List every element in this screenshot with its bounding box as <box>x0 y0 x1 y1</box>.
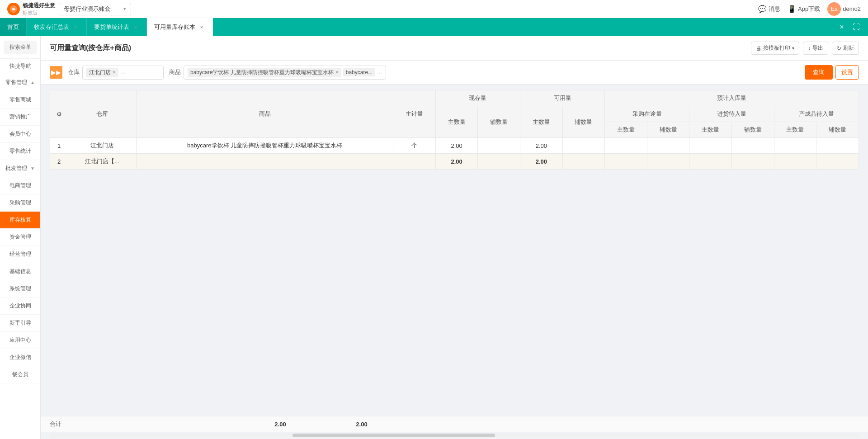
top-bar: 畅捷通好生意 标准版 母婴行业演示账套 ▾ 💬 消息 📱 App下载 Ea de… <box>0 0 868 18</box>
sidebar-item-inventory[interactable]: 库存核算 <box>0 212 40 229</box>
table-container: ⚙ 仓库 商品 主计量 现存量 可用量 预计入库量 主数量 辅数量 主数量 辅数… <box>41 85 868 416</box>
row-1-purchase-main <box>605 138 647 154</box>
row-2-incoming-main <box>689 154 732 170</box>
tab-receive-send[interactable]: 收发存汇总表 × <box>27 18 87 36</box>
sidebar-item-inventory-label: 库存核算 <box>9 216 31 224</box>
table-settings-icon[interactable]: ⚙ <box>57 111 62 118</box>
sidebar-item-wholesale[interactable]: 批发管理 ▼ <box>0 160 40 177</box>
tab-home[interactable]: 首页 <box>0 18 27 36</box>
filter-expand-btn[interactable]: ▶▶ <box>50 66 62 79</box>
horizontal-scrollbar[interactable] <box>50 434 859 437</box>
close-all-tabs-btn[interactable]: × <box>835 21 848 33</box>
warehouse-more-icon[interactable]: ··· <box>120 69 125 76</box>
sidebar-item-vip[interactable]: 畅会员 <box>0 366 40 383</box>
print-icon: 🖨 <box>756 45 761 52</box>
footer-bar: 合计 2.00 2.00 <box>41 416 868 432</box>
sidebar-item-marketing-label: 营销推广 <box>9 113 31 121</box>
sidebar-item-finance-label: 资金管理 <box>9 233 31 241</box>
app-download-btn[interactable]: 📱 App下载 <box>788 5 820 13</box>
message-btn[interactable]: 💬 消息 <box>758 5 780 13</box>
search-menu-btn[interactable]: 搜索菜单 <box>4 41 37 54</box>
logo-text: 畅捷通好生意 <box>23 2 55 9</box>
row-2-avail-aux <box>562 154 605 170</box>
warehouse-tag: 江北门店 × <box>86 68 118 77</box>
tab-home-label: 首页 <box>7 23 19 31</box>
sidebar-item-app-center-label: 应用中心 <box>9 336 31 344</box>
top-bar-left: 畅捷通好生意 标准版 母婴行业演示账套 ▾ <box>7 2 131 16</box>
row-2-purchase-aux <box>647 154 689 170</box>
sidebar-item-wechat-work[interactable]: 企业微信 <box>0 349 40 366</box>
row-2-production-aux <box>816 154 859 170</box>
refresh-icon: ↻ <box>837 45 841 52</box>
tab-available-stock[interactable]: 可用量库存账本 × <box>147 18 213 36</box>
product-more-icon[interactable]: ··· <box>377 69 382 76</box>
message-icon: 💬 <box>758 5 767 13</box>
sidebar-item-wholesale-label: 批发管理 <box>5 165 27 172</box>
top-bar-right: 💬 消息 📱 App下载 Ea demo2 <box>758 2 861 16</box>
scroll-thumb[interactable] <box>292 434 495 437</box>
product-filter-input[interactable]: babycare学饮杯 儿童防摔防撞吸管杯重力球吸嘴杯宝宝水杯 × babyca… <box>184 66 386 80</box>
nav-tab-actions: × ⛶ <box>830 21 868 33</box>
row-1-stock-main: 2.00 <box>435 138 478 154</box>
th-purchase-main: 主数量 <box>605 122 647 138</box>
row-2-product <box>137 154 393 170</box>
sidebar-item-basic-info[interactable]: 基础信息 <box>0 263 40 280</box>
sidebar-item-ecommerce[interactable]: 电商管理 <box>0 177 40 194</box>
content-area: 可用量查询(按仓库+商品) 🖨 按模板打印 ▾ ↓ 导出 ↻ 刷新 ▶▶ <box>41 36 868 439</box>
th-warehouse: 仓库 <box>68 90 137 138</box>
settings-btn[interactable]: 设置 <box>835 65 859 80</box>
export-btn[interactable]: ↓ 导出 <box>803 42 828 55</box>
row-2-unit <box>393 154 436 170</box>
warehouse-tag-remove[interactable]: × <box>113 69 116 76</box>
sidebar-item-system[interactable]: 系统管理 <box>0 280 40 297</box>
row-2-avail-main: 2.00 <box>520 154 563 170</box>
sidebar-item-retail-mgmt[interactable]: 零售管理 ▲ <box>0 74 40 91</box>
warehouse-tag-text: 江北门店 <box>89 69 111 76</box>
sidebar-item-operations[interactable]: 经营管理 <box>0 246 40 263</box>
nav-tabs: 首页 收发存汇总表 × 要货单统计表 × 可用量库存账本 × × ⛶ <box>0 18 868 36</box>
sidebar-item-new-guide[interactable]: 新手引导 <box>0 315 40 332</box>
refresh-btn[interactable]: ↻ 刷新 <box>832 42 859 55</box>
tab-available-stock-close[interactable]: × <box>198 24 205 31</box>
sidebar-item-member[interactable]: 会员中心 <box>0 126 40 143</box>
th-settings: ⚙ <box>50 90 68 138</box>
sidebar-item-retail-stats[interactable]: 零售统计 <box>0 143 40 160</box>
tab-order-stats-close[interactable]: × <box>132 24 139 31</box>
th-avail-main: 主数量 <box>520 106 563 138</box>
tab-order-stats[interactable]: 要货单统计表 × <box>87 18 147 36</box>
quick-nav-btn[interactable]: 快捷导航 <box>0 59 40 74</box>
product-tag-text: babycare学饮杯 儿童防摔防撞吸管杯重力球吸嘴杯宝宝水杯 <box>190 69 334 76</box>
sidebar-search-area: 搜索菜单 <box>0 36 40 59</box>
sidebar-item-retail-mall[interactable]: 零售商城 <box>0 91 40 109</box>
sidebar-item-wechat-work-label: 企业微信 <box>9 354 31 361</box>
query-btn[interactable]: 查询 <box>805 65 833 80</box>
fullscreen-btn[interactable]: ⛶ <box>850 21 863 33</box>
th-stock: 现存量 <box>435 90 520 106</box>
sidebar-item-finance[interactable]: 资金管理 <box>0 229 40 246</box>
footer-stock-main: 2.00 <box>258 421 303 428</box>
sidebar-item-marketing[interactable]: 营销推广 <box>0 109 40 126</box>
avatar: Ea <box>827 2 841 16</box>
row-2-warehouse: 江北门店【... <box>68 154 137 170</box>
product-tag-remove[interactable]: × <box>335 69 339 76</box>
sidebar-item-purchase-label: 采购管理 <box>9 199 31 207</box>
sidebar-item-enterprise[interactable]: 企业协同 <box>0 297 40 315</box>
footer-avail-main: 2.00 <box>339 421 384 428</box>
th-stock-aux: 辅数量 <box>478 106 520 138</box>
sidebar-item-app-center[interactable]: 应用中心 <box>0 332 40 349</box>
user-area[interactable]: Ea demo2 <box>827 2 861 16</box>
th-purchase-aux: 辅数量 <box>647 122 689 138</box>
template-print-btn[interactable]: 🖨 按模板打印 ▾ <box>751 42 799 55</box>
footer-label: 合计 <box>50 420 104 428</box>
warehouse-filter-field: 仓库 江北门店 × ··· <box>68 66 164 80</box>
warehouse-filter-label: 仓库 <box>68 68 80 76</box>
row-1-avail-aux <box>562 138 605 154</box>
th-avail-aux: 辅数量 <box>562 106 605 138</box>
tab-receive-send-close[interactable]: × <box>72 24 79 31</box>
industry-select[interactable]: 母婴行业演示账套 ▾ <box>59 3 131 15</box>
sidebar-item-system-label: 系统管理 <box>9 285 31 293</box>
warehouse-filter-input[interactable]: 江北门店 × ··· <box>82 66 164 80</box>
sidebar-item-purchase[interactable]: 采购管理 <box>0 194 40 212</box>
app-icon: 📱 <box>788 5 796 13</box>
logo-area: 畅捷通好生意 标准版 <box>7 2 55 16</box>
